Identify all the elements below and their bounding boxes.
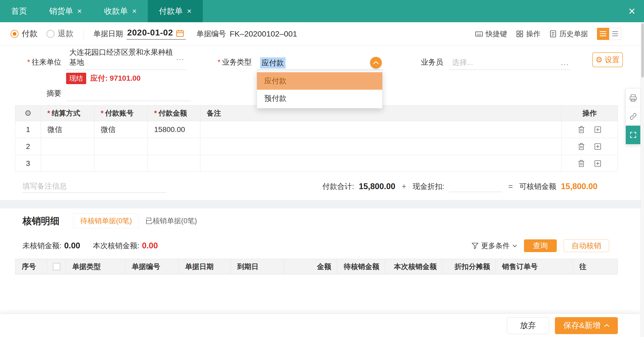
refund-radio[interactable]: 退款 xyxy=(47,28,73,39)
settle-method-cell[interactable] xyxy=(41,138,94,155)
biztype-field[interactable]: 应付款 xyxy=(257,57,384,70)
dropdown-option-prepaid[interactable]: 预付款 xyxy=(257,90,382,107)
settle-method-cell[interactable]: 微信 xyxy=(41,121,94,138)
col-pay-account: 付款账号 xyxy=(105,108,134,118)
radio-selected-icon[interactable] xyxy=(11,30,19,38)
remark-cell[interactable] xyxy=(200,121,562,138)
verify-stats-row: 未核销金额: 0.00 本次核销金额: 0.00 更多条件 查询 自动核销 xyxy=(22,238,609,253)
trash-icon[interactable] xyxy=(578,143,585,151)
shortcuts-button[interactable]: 快捷键 xyxy=(475,29,507,39)
required-mark: * xyxy=(101,109,104,117)
chevron-down-icon xyxy=(512,244,517,247)
actions-button[interactable]: 操作 xyxy=(516,29,540,39)
discard-button[interactable]: 放弃 xyxy=(507,317,549,334)
sum-label: 付款合计: xyxy=(323,181,354,192)
add-row-icon[interactable] xyxy=(594,160,601,167)
current-label: 本次核销金额: xyxy=(93,241,139,251)
col-doc-type: 单据类型 xyxy=(72,262,101,271)
pay-account-cell[interactable] xyxy=(94,138,148,155)
payable-amount: 应付: 97101.00 xyxy=(90,73,141,83)
plus-sign: + xyxy=(402,182,406,191)
note-input[interactable] xyxy=(22,180,167,193)
tab-done-docs[interactable]: 已核销单据(0笔) xyxy=(139,213,203,228)
chevron-up-icon[interactable] xyxy=(370,57,382,69)
add-row-icon[interactable] xyxy=(594,143,601,150)
required-mark: * xyxy=(47,109,50,117)
settle-method-cell[interactable] xyxy=(41,155,94,172)
calendar-icon[interactable] xyxy=(176,29,184,38)
tab-payment[interactable]: 付款单 × xyxy=(148,0,203,22)
biztype-dropdown: 应付款 预付款 xyxy=(257,71,383,108)
tab-receipt[interactable]: 收款单 × xyxy=(93,0,148,22)
pay-amount-cell[interactable] xyxy=(148,155,200,172)
partner-value: 大连花园口经济区景和水果种植基地 xyxy=(69,47,176,67)
col-sales-order-no: 销售订单号 xyxy=(502,262,538,271)
pay-amount-cell[interactable]: 15800.00 xyxy=(148,121,200,138)
radio-unselected-icon[interactable] xyxy=(47,30,54,38)
scrollbar[interactable] xyxy=(641,22,644,337)
section-divider xyxy=(0,200,641,208)
history-label: 历史单据 xyxy=(559,29,588,39)
query-button[interactable]: 查询 xyxy=(524,239,557,252)
table-row: 2 xyxy=(15,138,618,155)
remark-cell[interactable] xyxy=(200,138,562,155)
unwritten-label: 未核销金额: xyxy=(22,241,62,251)
remark-cell[interactable] xyxy=(200,155,562,172)
salesman-label: 业务员 xyxy=(421,57,443,70)
close-tab-icon[interactable]: × xyxy=(132,7,137,16)
payment-table: ⚙ *结算方式 *付款账号 *付款金额 备注 操作 1 微信 微信 15800.… xyxy=(15,105,618,172)
trash-icon[interactable] xyxy=(578,126,585,134)
doc-no-value: FK–20200102–001 xyxy=(230,29,297,38)
more-conditions-button[interactable]: 更多条件 xyxy=(472,241,517,251)
tab-home[interactable]: 首页 xyxy=(0,0,38,22)
tab-sales-order[interactable]: 销货单 × xyxy=(38,0,93,22)
tab-pending-docs[interactable]: 待核销单据(0笔) xyxy=(73,213,139,228)
close-window-icon[interactable]: × xyxy=(624,0,640,22)
biztype-value: 应付款 xyxy=(260,57,286,69)
list-view-icon[interactable] xyxy=(597,28,609,40)
trash-icon[interactable] xyxy=(578,160,585,167)
fullscreen-button[interactable] xyxy=(626,126,640,144)
expand-icon xyxy=(629,131,637,139)
select-all-checkbox[interactable] xyxy=(53,263,60,270)
link-button[interactable] xyxy=(626,107,640,126)
col-due-date: 到期日 xyxy=(237,262,259,271)
pay-account-cell[interactable] xyxy=(94,155,148,172)
summary-group: 摘要 xyxy=(16,85,191,101)
more-options-icon[interactable]: ... xyxy=(176,55,184,60)
print-button[interactable] xyxy=(626,89,640,107)
save-and-new-label: 保存&新增 xyxy=(563,320,600,331)
payment-radio[interactable]: 付款 xyxy=(11,28,38,39)
partner-label: *往来单位 xyxy=(16,57,61,70)
auto-writeoff-button[interactable]: 自动核销 xyxy=(564,239,609,252)
dropdown-option-payable[interactable]: 应付款 xyxy=(257,72,382,90)
more-options-icon[interactable]: ... xyxy=(561,60,569,65)
footer-bar: 放弃 保存&新增 xyxy=(0,314,641,337)
salesman-placeholder: 选择... xyxy=(452,57,473,67)
equals-sign: = xyxy=(508,182,513,191)
cash-discount-input[interactable] xyxy=(449,181,502,192)
close-tab-icon[interactable]: × xyxy=(77,7,82,16)
card-view-icon[interactable] xyxy=(609,28,621,40)
save-and-new-button[interactable]: 保存&新增 xyxy=(555,317,618,334)
pay-account-cell[interactable]: 微信 xyxy=(94,121,148,138)
col-pay-amount: 付款金额 xyxy=(159,108,187,118)
add-row-icon[interactable] xyxy=(594,126,601,133)
close-tab-icon[interactable]: × xyxy=(187,7,192,16)
col-discount-share: 折扣分摊额 xyxy=(454,262,490,271)
more-conditions-label: 更多条件 xyxy=(481,241,510,251)
partner-field[interactable]: 大连花园口经济区景和水果种植基地 ... xyxy=(66,47,186,70)
right-toolbar xyxy=(625,88,641,144)
required-mark: * xyxy=(27,58,30,66)
divider xyxy=(84,28,84,40)
history-doc-icon xyxy=(549,30,557,38)
summary-field[interactable] xyxy=(66,89,191,101)
scrollbar-thumb[interactable] xyxy=(641,23,644,78)
salesman-field[interactable]: 选择... ... xyxy=(449,57,571,70)
gear-icon[interactable]: ⚙ xyxy=(25,109,32,117)
doc-date-field[interactable]: 2020-01-02 xyxy=(127,28,186,40)
settings-button[interactable]: ⚙ 设置 xyxy=(592,52,623,67)
pay-amount-cell[interactable] xyxy=(148,138,200,155)
history-button[interactable]: 历史单据 xyxy=(549,29,588,39)
verify-table-header: 序号 单据类型 单据编号 单据日期 到期日 金额 待核销金额 本次核销金额 折扣… xyxy=(15,259,618,274)
